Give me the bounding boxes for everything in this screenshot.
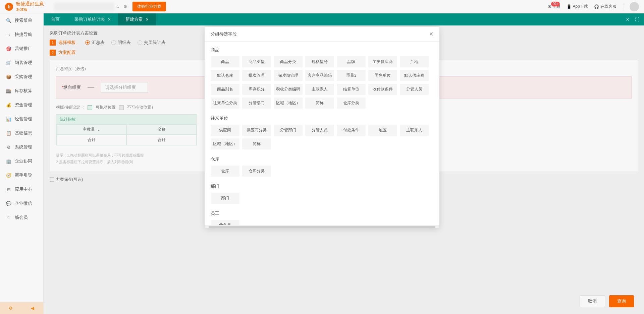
- modal-title: 分组待选字段: [211, 31, 237, 37]
- field-chip[interactable]: 仓库分类: [337, 98, 366, 109]
- field-group: 仓库仓库仓库分类: [211, 156, 433, 177]
- field-chip[interactable]: 规格型号: [305, 56, 334, 67]
- field-chip[interactable]: 保质期管理: [274, 70, 303, 81]
- field-chip[interactable]: 主要供应商: [368, 56, 397, 67]
- field-chip[interactable]: 简称: [242, 138, 271, 149]
- group-title: 往来单位: [211, 115, 433, 121]
- field-chip[interactable]: 产地: [400, 56, 429, 67]
- field-chip[interactable]: 默认供应商: [400, 70, 429, 81]
- field-chip[interactable]: 零售单位: [368, 70, 397, 81]
- field-chip[interactable]: 税收分类编码: [274, 84, 303, 95]
- field-group: 部门部门: [211, 183, 433, 204]
- modal-body[interactable]: 商品商品商品类型商品分类规格型号品牌主要供应商产地默认仓库批次管理保质期管理客户…: [205, 42, 439, 225]
- field-chip[interactable]: 默认仓库: [211, 70, 239, 81]
- field-chip[interactable]: 仓库分类: [242, 166, 271, 177]
- field-chip[interactable]: 批次管理: [242, 70, 271, 81]
- field-grid: 供应商供应商分类分管部门分管人员付款条件地区主联系人区域（地区）简称: [211, 125, 433, 149]
- field-chip[interactable]: 区域（地区）: [274, 98, 303, 109]
- field-group: 员工业务员: [211, 210, 433, 225]
- group-title: 商品: [211, 47, 433, 53]
- field-chip[interactable]: 往来单位分类: [211, 98, 239, 109]
- field-chip[interactable]: 分管人员: [305, 125, 334, 136]
- field-chip[interactable]: 地区: [368, 125, 397, 136]
- field-grid: 部门: [211, 193, 433, 204]
- modal-header: 分组待选字段 ✕: [205, 27, 439, 42]
- field-group: 商品商品商品类型商品分类规格型号品牌主要供应商产地默认仓库批次管理保质期管理客户…: [211, 47, 433, 109]
- field-chip[interactable]: 分管部门: [274, 125, 303, 136]
- field-chip[interactable]: 商品: [211, 56, 239, 67]
- field-chip[interactable]: 重量3: [337, 70, 366, 81]
- modal-close-icon[interactable]: ✕: [429, 31, 433, 37]
- field-chip[interactable]: 区域（地区）: [211, 138, 239, 149]
- field-chip[interactable]: 客户商品编码: [305, 70, 334, 81]
- group-title: 仓库: [211, 156, 433, 162]
- field-chip[interactable]: 业务员: [211, 220, 239, 225]
- field-selector-modal: 分组待选字段 ✕ 商品商品商品类型商品分类规格型号品牌主要供应商产地默认仓库批次…: [205, 27, 439, 228]
- field-chip[interactable]: 部门: [211, 193, 239, 204]
- field-chip[interactable]: 供应商: [211, 125, 239, 136]
- field-chip[interactable]: 主联系人: [305, 84, 334, 95]
- field-chip[interactable]: 供应商分类: [242, 125, 271, 136]
- field-chip[interactable]: 仓库: [211, 166, 239, 177]
- field-chip[interactable]: 商品类型: [242, 56, 271, 67]
- field-grid: 商品商品类型商品分类规格型号品牌主要供应商产地默认仓库批次管理保质期管理客户商品…: [211, 56, 433, 109]
- modal-horizontal-scrollbar[interactable]: [205, 225, 439, 228]
- field-chip[interactable]: 结算单位: [337, 84, 366, 95]
- field-chip[interactable]: 商品分类: [274, 56, 303, 67]
- field-chip[interactable]: 收付款条件: [368, 84, 397, 95]
- field-chip[interactable]: 主联系人: [400, 125, 429, 136]
- group-title: 员工: [211, 210, 433, 216]
- field-chip[interactable]: 付款条件: [337, 125, 366, 136]
- field-chip[interactable]: 品牌: [337, 56, 366, 67]
- field-grid: 仓库仓库分类: [211, 166, 433, 177]
- field-chip[interactable]: 分管人员: [400, 84, 429, 95]
- field-chip[interactable]: 库存积分: [242, 84, 271, 95]
- field-group: 往来单位供应商供应商分类分管部门分管人员付款条件地区主联系人区域（地区）简称: [211, 115, 433, 149]
- field-chip[interactable]: 商品别名: [211, 84, 239, 95]
- field-grid: 业务员: [211, 220, 433, 225]
- group-title: 部门: [211, 183, 433, 189]
- modal-overlay: 分组待选字段 ✕ 商品商品商品类型商品分类规格型号品牌主要供应商产地默认仓库批次…: [0, 0, 644, 314]
- field-chip[interactable]: 简称: [305, 98, 334, 109]
- field-chip[interactable]: 分管部门: [242, 98, 271, 109]
